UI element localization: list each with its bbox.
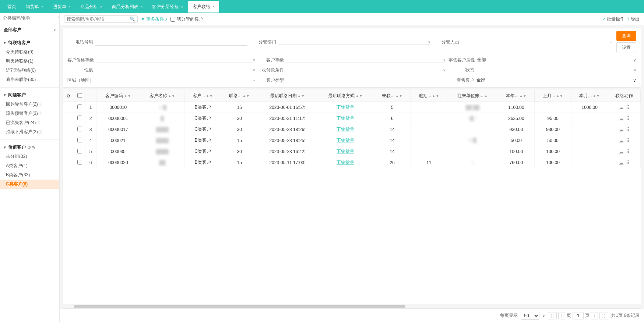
row-checkbox[interactable] <box>77 149 82 153</box>
payment-select[interactable]: ∨ <box>286 67 446 73</box>
nav-product-analysis[interactable]: 商品分析 × <box>76 1 107 13</box>
status-select[interactable]: ∨ <box>476 67 636 73</box>
th-name[interactable]: 客户名称▲▼ <box>140 90 184 102</box>
query-button[interactable]: 查询 <box>616 31 636 41</box>
sidebar-search-input[interactable] <box>3 15 58 21</box>
close-customer-layered-icon[interactable]: × <box>181 5 183 9</box>
cell-checkbox[interactable] <box>74 113 85 124</box>
sidebar-item-7days-pending[interactable]: 近7天待联络(0) <box>0 66 59 75</box>
nav-sales-order[interactable]: 销货单 × <box>21 1 48 13</box>
cell-last-contact-method[interactable]: 下销货单 <box>317 113 374 124</box>
nav-purchase-order[interactable]: 进货单 × <box>49 1 75 13</box>
horizontal-scroll-thumb[interactable] <box>74 305 405 308</box>
cell-checkbox[interactable] <box>74 135 85 146</box>
first-page-button[interactable]: ⟨⟨ <box>548 312 557 319</box>
more-action-icon[interactable]: ⠿ <box>626 116 630 121</box>
phone-input[interactable] <box>95 39 247 46</box>
sidebar-pending-label[interactable]: ▼ 待联络客户 <box>0 38 59 47</box>
row-checkbox[interactable] <box>77 127 82 131</box>
my-customers-checkbox[interactable] <box>170 17 175 22</box>
page-number-input[interactable] <box>573 312 584 319</box>
sidebar-item-churned[interactable]: 已流失客户(24) ⓘ <box>0 118 59 127</box>
th-uncontacted[interactable]: 未联...▲▼ <box>374 90 411 102</box>
contact-method-link[interactable]: 下销货单 <box>337 127 354 132</box>
retail-select[interactable]: 全部 ∨ <box>476 76 636 84</box>
value-level-select[interactable]: ∨ <box>96 57 255 63</box>
more-action-icon[interactable]: ⠿ <box>626 127 630 132</box>
collapse-icon[interactable]: « <box>53 28 56 32</box>
contact-method-link[interactable]: 下销货单 <box>337 105 354 110</box>
export-button[interactable]: ↑ 导出 <box>627 16 640 22</box>
sidebar-problem-label[interactable]: ▼ 问题客户 <box>0 91 59 100</box>
close-customer-contact-icon[interactable]: × <box>212 5 215 9</box>
batch-operation-button[interactable]: ✓ 批量操作 <box>602 16 624 22</box>
region-dots-icon[interactable]: ··· <box>251 78 255 83</box>
contact-action-icon[interactable]: ☁ <box>619 127 624 132</box>
th-last-contact-date[interactable]: 最后联络日期▲▼ <box>258 90 317 102</box>
th-type[interactable]: 客户...▲▼ <box>184 90 221 102</box>
nav-customer-contact[interactable]: 客户联络 × <box>188 1 219 13</box>
contact-action-icon[interactable]: ☁ <box>619 160 624 166</box>
dept-select[interactable]: ∨ <box>278 39 430 45</box>
retail-attr-select[interactable]: 全部 ∨ <box>477 56 636 64</box>
cell-last-contact-method[interactable]: 下销货单 <box>317 102 374 113</box>
th-last-contact-method[interactable]: 最后联络方式▲▼ <box>317 90 374 102</box>
row-checkbox[interactable] <box>77 138 82 142</box>
contact-action-icon[interactable]: ☁ <box>619 116 624 121</box>
person-dots-icon[interactable]: ··· <box>610 39 613 45</box>
customer-level-select[interactable]: ∨ <box>286 57 446 63</box>
sidebar-item-tomorrow-pending[interactable]: 明天待联络(1) <box>0 57 59 66</box>
close-product-analysis-icon[interactable]: × <box>100 5 102 9</box>
contact-method-link[interactable]: 下销货单 <box>337 149 354 154</box>
my-customers-filter[interactable]: 我分管的客户 <box>170 16 203 22</box>
sidebar-item-b-customers[interactable]: B类客户(33) <box>0 170 59 180</box>
cell-checkbox[interactable] <box>74 157 85 168</box>
cell-checkbox[interactable] <box>74 146 85 157</box>
horizontal-scrollbar[interactable] <box>63 304 641 309</box>
th-this-month[interactable]: 本月...▲▼ <box>571 90 608 102</box>
sidebar-item-today-pending[interactable]: 今天待联络(0) <box>0 47 59 57</box>
region-select[interactable] <box>96 79 248 81</box>
sidebar-item-unclassified[interactable]: 未分组(32) <box>0 152 59 161</box>
close-sales-order-icon[interactable]: × <box>41 5 43 9</box>
th-unit-amount[interactable]: 往来单位账...▲ <box>447 90 498 102</box>
more-action-icon[interactable]: ⠿ <box>626 149 630 155</box>
cell-checkbox[interactable] <box>74 102 85 113</box>
cell-last-contact-method[interactable]: 下销货单 <box>317 146 374 157</box>
value-refresh-icon[interactable]: ↺ <box>27 145 31 150</box>
cell-last-contact-method[interactable]: 下销货单 <box>317 124 374 135</box>
th-settings[interactable]: ⚙ <box>63 90 74 102</box>
nature-select[interactable]: ∨ <box>95 67 255 73</box>
close-purchase-order-icon[interactable]: × <box>68 5 71 9</box>
more-action-icon[interactable]: ⠿ <box>626 160 630 166</box>
sidebar-item-declining[interactable]: 持续下滑客户(2) ⓘ <box>0 127 59 137</box>
th-contact[interactable]: 联络...▲▼ <box>221 90 258 102</box>
sidebar-item-repurchase-abnormal[interactable]: 回购异常客户(2) ⓘ <box>0 100 59 109</box>
person-select[interactable] <box>461 41 606 43</box>
per-page-select[interactable]: 50 100 <box>521 312 539 320</box>
customer-type-select[interactable] <box>286 79 446 81</box>
contact-action-icon[interactable]: ☁ <box>619 138 624 144</box>
nav-product-analysis-list[interactable]: 商品分析列表 × <box>108 1 147 13</box>
toolbar-search-input[interactable] <box>67 17 130 22</box>
contact-method-link[interactable]: 下销货单 <box>337 116 354 121</box>
filter-more-button[interactable]: ▼ 更多条件 ∧ <box>141 16 168 22</box>
row-checkbox[interactable] <box>77 105 82 109</box>
cell-checkbox[interactable] <box>74 124 85 135</box>
sidebar-value-label[interactable]: ▼ 价值客户 ↺ ✎ <box>0 143 59 152</box>
row-checkbox[interactable] <box>77 160 82 164</box>
last-page-button[interactable]: ⟩⟩ <box>599 312 608 319</box>
close-product-analysis-list-icon[interactable]: × <box>141 5 143 9</box>
th-last-month[interactable]: 上月...▲▼ <box>535 90 571 102</box>
sidebar-item-churn-warning[interactable]: 流失预警客户(3) ⓘ <box>0 109 59 118</box>
more-action-icon[interactable]: ⠿ <box>626 105 630 110</box>
contact-action-icon[interactable]: ☁ <box>619 105 624 110</box>
sidebar-item-overdue-pending[interactable]: 逾期未联络(30) <box>0 75 59 84</box>
toolbar-search-icon[interactable]: 🔍 <box>130 17 135 22</box>
prev-page-button[interactable]: ⟨ <box>558 312 565 319</box>
value-edit-icon[interactable]: ✎ <box>32 145 35 150</box>
sidebar-all-customers[interactable]: 全部客户 « <box>0 25 59 35</box>
th-overdue[interactable]: 逾期...▲▼ <box>411 90 447 102</box>
cell-last-contact-method[interactable]: 下销货单 <box>317 157 374 168</box>
contact-action-icon[interactable]: ☁ <box>619 149 624 155</box>
